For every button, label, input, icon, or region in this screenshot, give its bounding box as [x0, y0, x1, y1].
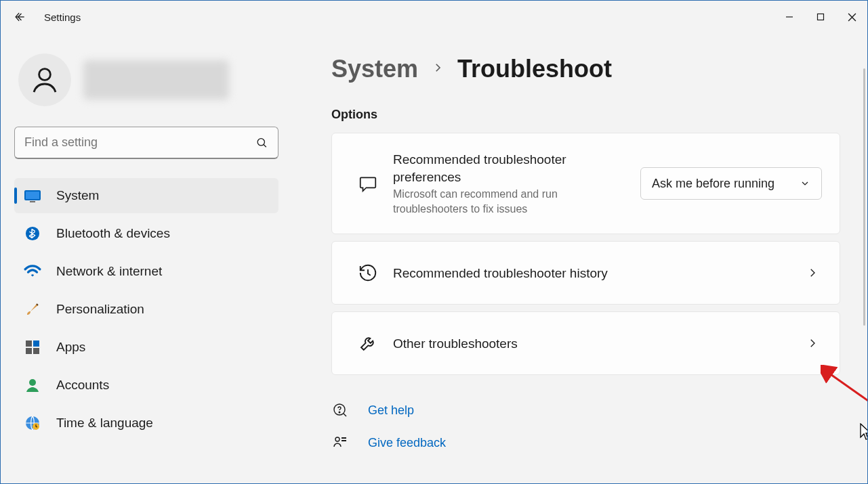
feedback-icon	[331, 435, 349, 451]
svg-point-3	[257, 138, 264, 145]
svg-rect-9	[26, 340, 32, 347]
bluetooth-icon	[24, 225, 41, 242]
sidebar-item-label: System	[56, 188, 99, 203]
breadcrumb-current: Troubleshoot	[457, 55, 612, 83]
sidebar-item-label: Bluetooth & devices	[56, 226, 170, 241]
maximize-icon	[817, 13, 825, 21]
svg-point-19	[335, 437, 339, 441]
breadcrumb: System Troubleshoot	[331, 55, 840, 83]
preferences-dropdown[interactable]: Ask me before running	[640, 167, 822, 200]
profile-block[interactable]	[18, 53, 278, 106]
maximize-button[interactable]	[805, 6, 836, 28]
svg-rect-11	[26, 348, 32, 354]
sidebar-item-bluetooth[interactable]: Bluetooth & devices	[14, 216, 278, 251]
svg-rect-1	[818, 14, 824, 20]
card-troubleshooter-preferences: Recommended troubleshooter preferences M…	[331, 133, 840, 234]
minimize-button[interactable]	[774, 6, 805, 28]
card-title: Recommended troubleshooter preferences	[393, 151, 628, 185]
card-subtitle: Microsoft can recommend and run troubles…	[393, 187, 628, 216]
sidebar-item-label: Apps	[56, 340, 85, 355]
mouse-cursor-icon	[860, 423, 867, 441]
chevron-right-icon	[803, 267, 822, 279]
nav: System Bluetooth & devices Network & int…	[14, 178, 278, 441]
person-icon	[24, 376, 41, 394]
sidebar-item-apps[interactable]: Apps	[14, 330, 278, 365]
sidebar-item-time-language[interactable]: Time & language	[14, 405, 278, 441]
sidebar-item-network[interactable]: Network & internet	[14, 254, 278, 289]
card-body: Recommended troubleshooter preferences M…	[386, 151, 640, 216]
window-controls	[774, 6, 867, 28]
svg-line-4	[264, 144, 266, 147]
sidebar-item-label: Personalization	[56, 302, 144, 317]
title-bar-left: Settings	[9, 6, 81, 28]
card-title: Recommended troubleshooter history	[393, 265, 791, 282]
sidebar-item-label: Network & internet	[56, 264, 162, 279]
svg-point-2	[39, 69, 51, 81]
avatar	[18, 53, 71, 106]
card-other-troubleshooters[interactable]: Other troubleshooters	[331, 311, 840, 375]
svg-point-13	[29, 379, 36, 386]
help-links: Get help Give feedback	[331, 402, 840, 451]
chevron-right-icon	[432, 58, 444, 80]
sidebar: System Bluetooth & devices Network & int…	[1, 33, 299, 483]
get-help-link[interactable]: Get help	[331, 402, 840, 418]
section-label-options: Options	[331, 108, 840, 122]
back-button[interactable]	[9, 6, 30, 28]
sidebar-item-label: Time & language	[56, 416, 153, 431]
svg-rect-12	[33, 348, 39, 354]
profile-name-redacted	[83, 60, 229, 100]
settings-window: Settings	[0, 0, 868, 484]
sidebar-item-personalization[interactable]: Personalization	[14, 292, 278, 327]
svg-rect-6	[26, 192, 39, 199]
svg-line-18	[344, 414, 346, 416]
svg-point-17	[339, 412, 340, 414]
minimize-icon	[785, 13, 793, 21]
svg-rect-7	[30, 201, 35, 202]
scrollbar-thumb[interactable]	[863, 68, 865, 326]
card-body: Other troubleshooters	[386, 335, 803, 353]
app-title: Settings	[44, 12, 81, 23]
globe-icon	[24, 414, 41, 432]
help-link-label: Give feedback	[368, 436, 446, 450]
card-title: Other troubleshooters	[393, 335, 791, 353]
breadcrumb-parent[interactable]: System	[331, 55, 418, 83]
help-link-label: Get help	[368, 403, 414, 418]
sidebar-item-system[interactable]: System	[14, 178, 278, 213]
search-icon	[255, 136, 268, 150]
person-icon	[28, 64, 61, 96]
chevron-down-icon	[800, 178, 810, 189]
help-icon	[331, 402, 349, 418]
close-button[interactable]	[836, 6, 867, 28]
main-content: System Troubleshoot Options Recommended …	[299, 33, 867, 483]
search-input[interactable]	[24, 135, 255, 150]
search-box[interactable]	[14, 127, 278, 159]
wrench-icon	[350, 333, 386, 353]
chat-icon	[350, 173, 386, 194]
chevron-right-icon	[803, 337, 822, 349]
svg-rect-10	[33, 340, 39, 347]
card-troubleshooter-history[interactable]: Recommended troubleshooter history	[331, 241, 840, 305]
card-body: Recommended troubleshooter history	[386, 265, 803, 282]
apps-icon	[24, 338, 41, 356]
display-icon	[24, 187, 41, 204]
brush-icon	[24, 301, 41, 318]
sidebar-item-label: Accounts	[56, 378, 109, 393]
body-area: System Bluetooth & devices Network & int…	[1, 33, 867, 483]
history-icon	[350, 263, 386, 283]
wifi-icon	[24, 263, 41, 280]
close-icon	[848, 13, 856, 22]
give-feedback-link[interactable]: Give feedback	[331, 435, 840, 451]
sidebar-item-accounts[interactable]: Accounts	[14, 368, 278, 403]
dropdown-value: Ask me before running	[652, 177, 774, 191]
title-bar: Settings	[1, 1, 867, 33]
